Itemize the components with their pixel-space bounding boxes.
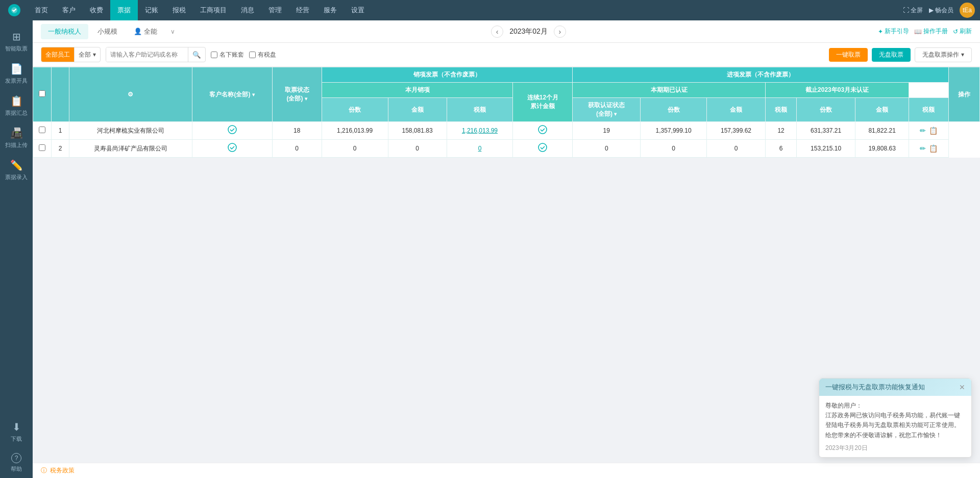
- filter-icon[interactable]: ▾: [252, 92, 255, 97]
- notification-title: 一键报税与无盘取票功能恢复通知: [825, 383, 925, 392]
- table-row: 1 河北柯摩梳实业有限公司 18 1,216,013.99 158,081.83…: [33, 122, 980, 140]
- checkbox-tax-disk[interactable]: 有税盘: [249, 51, 276, 59]
- row1-sales-tax: 158,081.83: [388, 122, 447, 140]
- guide-btn[interactable]: ✦ 新手引导: [878, 27, 909, 36]
- th-purchase-until: 截止2023年03月未认证: [766, 83, 909, 98]
- checkbox-own-account-label: 名下账套: [219, 51, 244, 59]
- th-sales-cumulative: 连续12个月累计金额: [513, 83, 573, 122]
- sidebar-label-help: 帮助: [11, 465, 22, 473]
- row2-checkbox[interactable]: [33, 140, 52, 158]
- row1-actions: ✏ 📋: [909, 122, 949, 140]
- notification-date: 2023年3月20日: [825, 443, 965, 453]
- nav-message[interactable]: 消息: [234, 0, 261, 20]
- nav-home[interactable]: 首页: [28, 0, 55, 20]
- sidebar-item-smart-fetch[interactable]: ⊞ 智能取票: [0, 26, 33, 58]
- sidebar-item-download[interactable]: ⬇ 下载: [0, 416, 33, 448]
- row1-detail-btn[interactable]: 📋: [929, 127, 938, 135]
- nav-invoice[interactable]: 票据: [110, 0, 138, 20]
- row1-fetch-status: [192, 122, 272, 140]
- diskless-ops-btn[interactable]: 无盘取票操作 ▾: [915, 47, 972, 62]
- filter-dropdown[interactable]: 全部 ▾: [74, 47, 100, 62]
- notification-close-btn[interactable]: ✕: [959, 383, 965, 391]
- nav-business[interactable]: 工商项目: [193, 0, 234, 20]
- download-icon: ⬇: [12, 421, 21, 433]
- row2-sales-tax: 0: [388, 140, 447, 158]
- th-checkbox: [33, 67, 52, 122]
- nav-fee[interactable]: 收费: [83, 0, 110, 20]
- help-icon: ?: [11, 453, 21, 463]
- employee-filter[interactable]: 全部员工 全部 ▾: [41, 47, 101, 62]
- row1-purchase-verify-status: [513, 122, 573, 140]
- row2-sales-cumulative[interactable]: 0: [447, 140, 513, 158]
- user-avatar[interactable]: tEa: [960, 3, 975, 18]
- svg-point-3: [538, 143, 547, 152]
- nav-service[interactable]: 服务: [316, 0, 344, 20]
- nav-settings[interactable]: 设置: [344, 0, 372, 20]
- checkbox-own-account-input[interactable]: [211, 52, 217, 58]
- row2-unverified-amount: 153,215.10: [797, 140, 855, 158]
- sidebar-item-invoice-issue[interactable]: 📄 发票开具: [0, 58, 33, 90]
- sidebar-item-invoice-summary[interactable]: 📋 票据汇总: [0, 90, 33, 122]
- vip-btn[interactable]: ▶ 畅会员: [929, 6, 953, 15]
- search-button[interactable]: 🔍: [188, 47, 205, 62]
- filter-label: 全部员工: [41, 47, 74, 62]
- nav-manage[interactable]: 管理: [261, 0, 289, 20]
- logo[interactable]: [5, 1, 23, 19]
- notification-text: 尊敬的用户： 江苏政务网已恢访问电子税务局功能，易代账一键登陆电子税务局与无盘取…: [825, 401, 965, 440]
- nav-tax[interactable]: 报税: [165, 0, 193, 20]
- search-icon: 🔍: [192, 51, 201, 59]
- th-unverified-amount: 金额: [855, 98, 909, 122]
- tab-small-scale[interactable]: 小规模: [90, 24, 125, 39]
- row2-purchase-count: 0: [573, 140, 641, 158]
- fullscreen-btn[interactable]: ⛶ 全屏: [903, 6, 923, 15]
- nav-items: 首页 客户 收费 票据 记账 报税 工商项目 消息 管理 经营 服务 设置: [28, 0, 903, 20]
- th-purchase-verify-status: 获取认证状态(全部) ▾: [573, 98, 641, 122]
- next-period-btn[interactable]: ›: [554, 26, 566, 38]
- th-purchase-current-period: 本期期已认证: [573, 83, 766, 98]
- sidebar-item-scan-upload[interactable]: 📠 扫描上传: [0, 122, 33, 154]
- verify-status-filter-icon[interactable]: ▾: [614, 111, 617, 117]
- row1-edit-btn[interactable]: ✏: [920, 127, 926, 135]
- sidebar-item-invoice-entry[interactable]: ✏️ 票据录入: [0, 154, 33, 186]
- select-all-checkbox[interactable]: [39, 90, 45, 97]
- top-nav: 首页 客户 收费 票据 记账 报税 工商项目 消息 管理 经营 服务 设置 ⛶ …: [0, 0, 980, 20]
- invoice-issue-icon: 📄: [10, 63, 23, 75]
- settings-icon[interactable]: ⚙: [128, 91, 133, 98]
- chevron-down-icon: ▾: [93, 51, 96, 58]
- nav-operate[interactable]: 经营: [289, 0, 316, 20]
- row2-index: 2: [52, 140, 69, 158]
- prev-period-btn[interactable]: ‹: [491, 26, 503, 38]
- search-wrap: 🔍: [106, 47, 206, 62]
- row2-edit-btn[interactable]: ✏: [920, 144, 926, 153]
- tab-general-taxpayer[interactable]: 一般纳税人: [41, 24, 88, 39]
- one-click-fetch-btn[interactable]: 一键取票: [829, 48, 868, 62]
- checkbox-own-account[interactable]: 名下账套: [211, 51, 244, 59]
- th-operations: 操作: [948, 67, 979, 122]
- row1-sales-amount: 1,216,013.99: [322, 122, 388, 140]
- row2-purchase-amount: 0: [641, 140, 707, 158]
- row1-sales-count: 18: [272, 122, 322, 140]
- tab-more-btn[interactable]: ∨: [166, 26, 179, 37]
- nav-accounting[interactable]: 记账: [138, 0, 165, 20]
- th-sales-tax: 税额: [447, 98, 513, 122]
- th-index: [52, 67, 69, 122]
- row2-detail-btn[interactable]: 📋: [929, 144, 938, 153]
- row1-checkbox[interactable]: [33, 122, 52, 140]
- nav-customer[interactable]: 客户: [55, 0, 83, 20]
- notification-body: 尊敬的用户： 江苏政务网已恢访问电子税务局功能，易代账一键登陆电子税务局与无盘取…: [819, 396, 971, 457]
- sidebar-label-scan-upload: 扫描上传: [5, 141, 28, 149]
- search-input[interactable]: [106, 47, 188, 62]
- manual-btn[interactable]: 📖 操作手册: [914, 27, 948, 36]
- period-label: 2023年02月: [509, 27, 548, 36]
- diskless-fetch-btn[interactable]: 无盘取票: [872, 48, 911, 62]
- tab-all-in-one[interactable]: 👤 全能: [127, 24, 164, 39]
- sidebar-item-help[interactable]: ? 帮助: [0, 448, 33, 478]
- fetch-status-filter-icon[interactable]: ▾: [305, 96, 307, 102]
- refresh-btn[interactable]: ↺ 刷新: [953, 27, 972, 36]
- sidebar-bottom: ⬇ 下载 ? 帮助: [0, 416, 33, 478]
- row2-sales-count: 0: [272, 140, 322, 158]
- checkbox-tax-disk-input[interactable]: [249, 52, 256, 58]
- row1-sales-cumulative[interactable]: 1,216,013.99: [447, 122, 513, 140]
- status-text[interactable]: 税务政策: [50, 466, 75, 475]
- dropdown-icon: ▾: [961, 51, 964, 58]
